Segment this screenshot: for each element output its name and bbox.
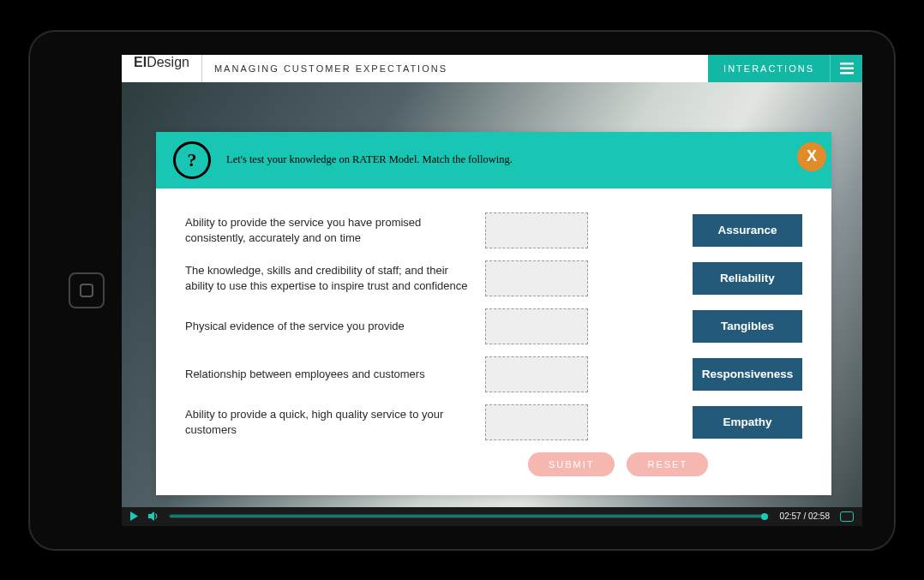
- progress-handle[interactable]: [761, 513, 768, 520]
- match-row: Ability to provide the service you have …: [185, 212, 802, 248]
- match-description: The knowledge, skills and credibility of…: [185, 263, 468, 293]
- drop-zone[interactable]: [485, 212, 588, 248]
- question-icon: ?: [173, 141, 211, 179]
- option-tangibles[interactable]: Tangibles: [693, 310, 802, 343]
- reset-button[interactable]: RESET: [627, 452, 708, 476]
- match-row: Physical evidence of the service you pro…: [185, 308, 802, 344]
- drop-zone[interactable]: [485, 260, 588, 296]
- submit-button[interactable]: SUBMIT: [528, 452, 615, 476]
- match-row: Relationship between employees and custo…: [185, 356, 802, 392]
- svg-rect-0: [840, 63, 854, 65]
- drop-zone[interactable]: [485, 308, 588, 344]
- option-reliability[interactable]: Reliability: [693, 262, 802, 295]
- option-assurance[interactable]: Assurance: [693, 214, 802, 247]
- svg-marker-4: [148, 511, 154, 521]
- interactions-button[interactable]: INTERACTIONS: [708, 55, 830, 82]
- quiz-modal: ? Let's test your knowledge on RATER Mod…: [156, 132, 831, 495]
- hamburger-icon: [840, 63, 854, 75]
- play-icon[interactable]: [130, 511, 138, 521]
- drop-zone[interactable]: [485, 356, 588, 392]
- match-row: Ability to provide a quick, high quality…: [185, 404, 802, 440]
- match-row: The knowledge, skills and credibility of…: [185, 260, 802, 296]
- modal-body: Ability to provide the service you have …: [156, 188, 831, 495]
- option-empathy[interactable]: Empathy: [693, 406, 802, 439]
- match-description: Physical evidence of the service you pro…: [185, 319, 468, 334]
- menu-button[interactable]: [830, 55, 862, 82]
- quiz-instruction: Let's test your knowledge on RATER Model…: [226, 153, 513, 166]
- svg-rect-2: [840, 72, 854, 75]
- match-description: Relationship between employees and custo…: [185, 367, 468, 382]
- svg-rect-1: [840, 67, 854, 69]
- modal-actions: SUBMIT RESET: [185, 452, 802, 476]
- cc-button[interactable]: [840, 511, 854, 522]
- video-player-bar: 02:57 / 02:58: [122, 507, 862, 526]
- screen: EIDesign MANAGING CUSTOMER EXPECTATIONS …: [122, 55, 862, 526]
- brand-logo: EIDesign: [122, 55, 202, 82]
- match-description: Ability to provide a quick, high quality…: [185, 407, 468, 437]
- tablet-frame: EIDesign MANAGING CUSTOMER EXPECTATIONS …: [29, 31, 895, 550]
- course-title: MANAGING CUSTOMER EXPECTATIONS: [202, 63, 447, 74]
- match-description: Ability to provide the service you have …: [185, 215, 468, 245]
- volume-icon[interactable]: [148, 511, 159, 521]
- progress-bar[interactable]: [169, 514, 770, 518]
- svg-marker-3: [130, 511, 138, 521]
- close-button[interactable]: X: [797, 142, 826, 171]
- time-display: 02:57 / 02:58: [780, 511, 830, 521]
- top-bar: EIDesign MANAGING CUSTOMER EXPECTATIONS …: [122, 55, 862, 82]
- drop-zone[interactable]: [485, 404, 588, 440]
- option-responsiveness[interactable]: Responsiveness: [693, 358, 802, 391]
- modal-header: ? Let's test your knowledge on RATER Mod…: [156, 132, 831, 188]
- home-button[interactable]: [69, 272, 105, 308]
